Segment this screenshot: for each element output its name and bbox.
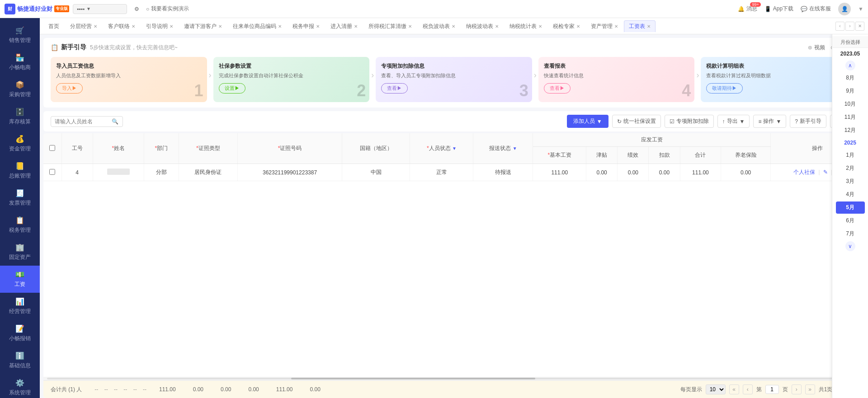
- row-checkbox[interactable]: [49, 169, 55, 175]
- month-item-5[interactable]: 5月: [836, 201, 865, 214]
- tab-taxcalc[interactable]: 所得税汇算清缴 ✕: [363, 20, 417, 32]
- cell-status: 正常: [410, 164, 473, 181]
- tab-close-taxexpert[interactable]: ✕: [576, 24, 580, 29]
- tab-close-taxwave[interactable]: ✕: [452, 24, 455, 29]
- month-item-9[interactable]: 9月: [836, 85, 865, 97]
- user-avatar[interactable]: 👤: [838, 3, 851, 15]
- guide-video-link[interactable]: ⊙ 视频: [808, 44, 825, 52]
- add-person-button[interactable]: 添加人员 ▼: [567, 115, 609, 128]
- tab-invite[interactable]: 邀请下游客户 ✕: [179, 20, 227, 32]
- sidebar-item-sales[interactable]: 🛒 销售管理: [0, 22, 40, 49]
- tab-close-tier[interactable]: ✕: [94, 24, 97, 29]
- social-settings-button[interactable]: ↻ 统一社保设置: [612, 115, 661, 128]
- report-filter-icon[interactable]: ▼: [513, 146, 517, 151]
- search-icon[interactable]: 🔍: [112, 118, 118, 125]
- page-input[interactable]: [765, 385, 779, 394]
- tab-label-tax-report: 税务申报: [292, 23, 314, 30]
- tab-guide[interactable]: 引导说明 ✕: [141, 20, 178, 32]
- sidebar-item-basic[interactable]: ℹ️ 基础信息: [0, 347, 40, 374]
- tab-close-taxcalc[interactable]: ✕: [408, 24, 412, 29]
- special-deduction-button[interactable]: ☑ 专项附加扣除: [665, 115, 714, 128]
- export-button[interactable]: ↑ 导出 ▼: [717, 115, 750, 128]
- tab-close-taxcount[interactable]: ✕: [538, 24, 542, 29]
- select-all-checkbox[interactable]: [49, 145, 55, 151]
- export-arrow: ▼: [740, 118, 745, 125]
- horizontal-scrollbar[interactable]: [43, 377, 864, 380]
- tab-close-guide[interactable]: ✕: [170, 24, 173, 29]
- sidebar-item-finance[interactable]: 💰 资金管理: [0, 130, 40, 157]
- month-item-2[interactable]: 2月: [836, 162, 865, 174]
- sidebar-item-tax[interactable]: 📋 税务管理: [0, 211, 40, 239]
- sidebar-item-operations[interactable]: 📊 经营管理: [0, 293, 40, 320]
- tab-clearbook[interactable]: 进入清册 ✕: [326, 20, 363, 32]
- search-input[interactable]: [55, 118, 109, 125]
- tab-taxcount[interactable]: 纳税统计表 ✕: [505, 20, 547, 32]
- last-page-btn[interactable]: »: [805, 384, 815, 394]
- month-item-11[interactable]: 11月: [836, 111, 865, 123]
- tab-taxwave[interactable]: 税负波动表 ✕: [418, 20, 460, 32]
- sidebar-item-assets[interactable]: 🏢 固定资产: [0, 239, 40, 266]
- tab-tier[interactable]: 分层经营 ✕: [65, 20, 102, 32]
- company-selector[interactable]: ▪▪▪▪ ▼: [73, 4, 127, 14]
- app-download-button[interactable]: 📱 App下载: [764, 5, 793, 13]
- month-prev-btn[interactable]: ∧: [845, 61, 855, 70]
- sidebar-item-invoice[interactable]: 🧾 发票管理: [0, 184, 40, 211]
- tab-products[interactable]: 往来单位商品编码 ✕: [228, 20, 287, 32]
- online-service-button[interactable]: 💬 在线客服: [801, 5, 831, 13]
- tab-close-invite[interactable]: ✕: [218, 24, 222, 29]
- tab-assets[interactable]: 资产管理 ✕: [586, 20, 623, 32]
- month-item-6[interactable]: 6月: [836, 215, 865, 227]
- month-item-10[interactable]: 10月: [836, 98, 865, 110]
- step-1-btn[interactable]: 导入▶: [56, 83, 83, 94]
- step-2-btn[interactable]: 设置▶: [219, 83, 245, 94]
- sidebar-item-purchase[interactable]: 📦 采购管理: [0, 76, 40, 103]
- operate-button[interactable]: ≡ 操作 ▼: [753, 115, 786, 128]
- action-edit-icon[interactable]: ✎: [823, 169, 828, 175]
- tab-close-salary[interactable]: ✕: [647, 24, 651, 29]
- tab-taxstat[interactable]: 纳税波动表 ✕: [461, 20, 504, 32]
- step-5-btn[interactable]: 敬请期待▶: [706, 83, 743, 94]
- month-item-3[interactable]: 3月: [836, 175, 865, 187]
- month-item-7[interactable]: 7月: [836, 228, 865, 240]
- sidebar-item-salary[interactable]: 💵 工资: [0, 266, 40, 293]
- tab-prev-btn[interactable]: ‹: [835, 22, 844, 31]
- tab-close-clearbook[interactable]: ✕: [354, 24, 358, 29]
- tab-close-taxstat[interactable]: ✕: [495, 24, 499, 29]
- month-next-btn[interactable]: ∨: [845, 241, 855, 251]
- step-3-btn[interactable]: 查看▶: [381, 83, 408, 94]
- demo-link[interactable]: ○ 我要看实例演示: [146, 5, 189, 13]
- tab-close-tax-report[interactable]: ✕: [316, 24, 320, 29]
- tab-next-btn[interactable]: ›: [845, 22, 854, 31]
- sidebar-item-ledger[interactable]: 📒 总账管理: [0, 157, 40, 184]
- first-page-btn[interactable]: «: [729, 384, 739, 394]
- footer-summary: 会计共 (1) 人 -- -- -- -- -- -- 111.00 0.00 …: [51, 386, 321, 393]
- step-4-btn[interactable]: 查看▶: [544, 83, 571, 94]
- month-item-8[interactable]: 8月: [836, 72, 865, 84]
- tab-close-all-btn[interactable]: ✕: [855, 22, 864, 31]
- notice-button[interactable]: 🔔 消息 99+: [738, 5, 757, 13]
- tab-salary[interactable]: 工资表 ✕: [624, 20, 656, 32]
- sidebar-item-system[interactable]: ⚙️ 系统管理: [0, 374, 40, 398]
- tab-tax-report[interactable]: 税务申报 ✕: [288, 20, 325, 32]
- prev-page-btn[interactable]: ‹: [743, 384, 753, 394]
- sidebar-item-inventory[interactable]: 🗄️ 库存核算: [0, 103, 40, 130]
- tab-close-assets[interactable]: ✕: [614, 24, 618, 29]
- sidebar-item-marketing[interactable]: 📝 小畅报销: [0, 320, 40, 347]
- tab-customer[interactable]: 客户联络 ✕: [103, 20, 140, 32]
- page-size-select[interactable]: 10 20 50: [706, 384, 726, 394]
- tab-home[interactable]: 首页: [43, 20, 64, 32]
- settings-icon[interactable]: ⚙: [131, 3, 142, 15]
- month-item-1[interactable]: 1月: [836, 149, 865, 161]
- user-menu-icon[interactable]: ▼: [858, 6, 863, 12]
- status-filter-icon[interactable]: ▼: [452, 146, 457, 151]
- newguide-button[interactable]: ? 新手引导: [790, 115, 826, 128]
- tab-taxexpert[interactable]: 税检专家 ✕: [548, 20, 585, 32]
- next-page-btn[interactable]: ›: [792, 384, 802, 394]
- sidebar-item-ecommerce[interactable]: 🏪 小畅电商: [0, 49, 40, 76]
- step-5-desc: 查看税款计算过程及明细数据: [706, 72, 852, 80]
- month-item-12[interactable]: 12月: [836, 124, 865, 136]
- month-item-4[interactable]: 4月: [836, 188, 865, 201]
- action-social-insurance[interactable]: 个人社保: [793, 169, 815, 175]
- tab-close-customer[interactable]: ✕: [132, 24, 135, 29]
- tab-close-products[interactable]: ✕: [278, 24, 282, 29]
